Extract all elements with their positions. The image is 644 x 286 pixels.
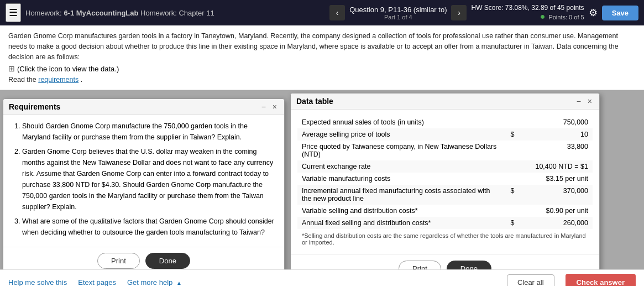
list-item: What are some of the qualitative factors… bbox=[22, 216, 276, 238]
table-cell-dollar bbox=[504, 116, 519, 128]
data-dialog-body: Expected annual sales of tools (in units… bbox=[291, 110, 599, 254]
table-cell-dollar bbox=[504, 160, 519, 173]
table-row: Average selling price of tools $ 10 bbox=[297, 128, 593, 141]
top-nav: ☰ Homework: 6-1 MyAccountingLab Homework… bbox=[0, 0, 644, 25]
menu-icon[interactable]: ☰ bbox=[6, 3, 21, 22]
requirements-done-button[interactable]: Done bbox=[145, 253, 190, 269]
help-solve-button[interactable]: Help me solve this bbox=[8, 278, 67, 286]
data-minimize-button[interactable]: − bbox=[575, 97, 583, 106]
table-cell-value: 750,000 bbox=[519, 116, 593, 128]
save-button[interactable]: Save bbox=[602, 6, 638, 20]
table-cell-value: $0.90 per unit bbox=[519, 205, 593, 217]
table-cell-value: 260,000 bbox=[519, 217, 593, 229]
table-cell-label: Incremental annual fixed manufacturing c… bbox=[297, 185, 504, 205]
requirements-dialog-body: Should Garden Gnome Corp manufacture the… bbox=[3, 115, 284, 247]
data-dialog-header: Data table − × bbox=[291, 93, 599, 110]
table-cell-label: Price quoted by Taiwanese company, in Ne… bbox=[297, 141, 504, 160]
data-dialog-controls: − × bbox=[575, 97, 594, 106]
table-cell-label: Annual fixed selling and distribution co… bbox=[297, 217, 504, 229]
requirements-dialog-header: Requirements − × bbox=[3, 99, 284, 115]
table-cell-label: Variable selling and distribution costs* bbox=[297, 205, 504, 217]
table-footnote-row: *Selling and distribution costs are the … bbox=[297, 229, 593, 248]
table-cell-dollar: $ bbox=[504, 185, 519, 205]
nav-arrows: ‹ bbox=[329, 5, 345, 20]
check-answer-button[interactable]: Check answer bbox=[566, 274, 636, 286]
clear-all-button[interactable]: Clear all bbox=[507, 274, 554, 286]
next-question-button[interactable]: › bbox=[451, 5, 467, 20]
table-row: Variable manufacturing costs $3.15 per u… bbox=[297, 173, 593, 185]
bottom-bar: Help me solve this Etext pages Get more … bbox=[0, 269, 644, 286]
table-cell-dollar bbox=[504, 173, 519, 185]
list-item: Should Garden Gnome Corp manufacture the… bbox=[22, 121, 276, 143]
requirements-list: Should Garden Gnome Corp manufacture the… bbox=[11, 121, 276, 238]
requirements-dialog-title: Requirements bbox=[9, 102, 60, 111]
table-row: Price quoted by Taiwanese company, in Ne… bbox=[297, 141, 593, 160]
table-cell-label: Expected annual sales of tools (in units… bbox=[297, 116, 504, 128]
table-cell-dollar bbox=[504, 141, 519, 160]
table-cell-value: 10 bbox=[519, 128, 593, 141]
requirements-minimize-button[interactable]: − bbox=[260, 102, 268, 111]
table-cell-value: $3.15 per unit bbox=[519, 173, 593, 185]
table-row: Current exchange rate 10,400 NTD = $1 bbox=[297, 160, 593, 173]
etext-pages-button[interactable]: Etext pages bbox=[78, 278, 116, 286]
view-data-link[interactable]: (Click the icon to view the data.) bbox=[17, 65, 119, 73]
main-content: Garden Gnome Corp manufactures garden to… bbox=[0, 25, 644, 90]
table-cell-label: Average selling price of tools bbox=[297, 128, 504, 141]
list-item: Garden Gnome Corp believes that the U.S.… bbox=[22, 146, 276, 212]
nav-score: HW Score: 73.08%, 32.89 of 45 points ● P… bbox=[471, 4, 584, 22]
table-cell-value: 370,000 bbox=[519, 185, 593, 205]
nav-icons: ⚙ bbox=[589, 7, 598, 19]
requirements-link[interactable]: requirements bbox=[38, 76, 78, 84]
requirements-dialog-controls: − × bbox=[260, 102, 279, 111]
nav-arrows-next: › bbox=[451, 5, 467, 20]
table-cell-value: 10,400 NTD = $1 bbox=[519, 160, 593, 173]
data-dialog-title: Data table bbox=[296, 97, 333, 106]
table-row: Variable selling and distribution costs*… bbox=[297, 205, 593, 217]
overlay-area: Requirements − × Should Garden Gnome Cor… bbox=[0, 90, 644, 286]
table-cell-dollar bbox=[504, 205, 519, 217]
requirements-print-button[interactable]: Print bbox=[97, 253, 140, 269]
data-table: Expected annual sales of tools (in units… bbox=[297, 116, 593, 248]
requirements-close-button[interactable]: × bbox=[271, 102, 279, 111]
table-footnote: *Selling and distribution costs are the … bbox=[297, 229, 593, 248]
grid-icon: ⊞ bbox=[8, 64, 15, 73]
data-table-dialog: Data table − × Expected annual sales of … bbox=[290, 93, 600, 283]
nav-question: Question 9, P11-36 (similar to) Part 1 o… bbox=[349, 6, 447, 20]
get-more-help-button[interactable]: Get more help ▲ bbox=[127, 278, 182, 286]
table-row: Incremental annual fixed manufacturing c… bbox=[297, 185, 593, 205]
req-read-line: Read the requirements . bbox=[8, 75, 636, 85]
nav-title: Homework: 6-1 MyAccountingLab Homework: … bbox=[25, 9, 325, 17]
table-cell-label: Current exchange rate bbox=[297, 160, 504, 173]
table-row: Annual fixed selling and distribution co… bbox=[297, 217, 593, 229]
gear-icon-button[interactable]: ⚙ bbox=[589, 7, 598, 19]
table-cell-value: 33,800 bbox=[519, 141, 593, 160]
table-row: Expected annual sales of tools (in units… bbox=[297, 116, 593, 128]
table-cell-label: Variable manufacturing costs bbox=[297, 173, 504, 185]
dropdown-arrow-icon: ▲ bbox=[176, 280, 182, 286]
requirements-dialog: Requirements − × Should Garden Gnome Cor… bbox=[3, 98, 285, 275]
main-description: Garden Gnome Corp manufactures garden to… bbox=[8, 31, 636, 62]
table-cell-dollar: $ bbox=[504, 128, 519, 141]
prev-question-button[interactable]: ‹ bbox=[329, 5, 345, 20]
data-close-button[interactable]: × bbox=[586, 97, 594, 106]
score-dot-icon: ● bbox=[540, 12, 546, 21]
table-cell-dollar: $ bbox=[504, 217, 519, 229]
